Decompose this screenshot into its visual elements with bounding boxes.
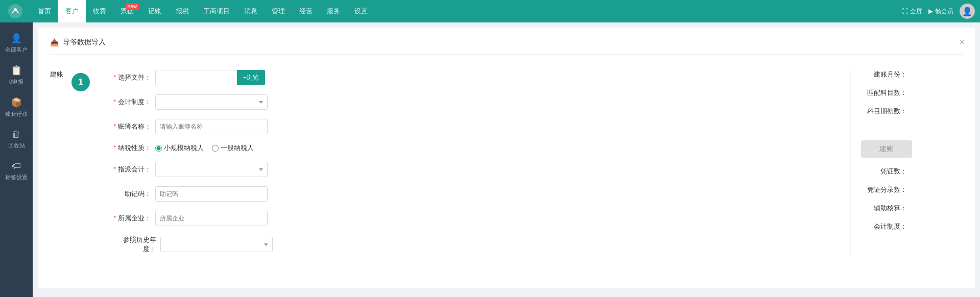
nav-item-invoice[interactable]: 票据 new	[113, 0, 141, 22]
sidebar-item-migration[interactable]: 📦 账套迁移	[0, 92, 33, 122]
page-title: 导爷数据导入	[63, 38, 106, 47]
voucher-label: 凭证数：	[861, 167, 907, 176]
tax-radio-group: 小规模纳税人 一般纳税人	[155, 143, 254, 153]
history-year-label: 参照历史年度：	[110, 235, 156, 254]
declaration-icon: 📋	[11, 65, 22, 76]
build-month-row: 建账月份：	[861, 70, 963, 79]
nav-items: 首页 客户 收费 票据 new 记账 报税 工商项目 消息 管理 经营 服务 设…	[31, 0, 902, 22]
nav-item-home[interactable]: 首页	[31, 0, 58, 22]
memo-row: 助记码：	[110, 186, 840, 202]
browse-button[interactable]: +浏览	[237, 70, 265, 85]
tax-option2-radio[interactable]	[212, 145, 219, 152]
file-row: * 选择文件： +浏览	[110, 70, 840, 85]
accountant-select[interactable]	[155, 162, 268, 177]
match-subject-row: 匹配科目数：	[861, 88, 963, 97]
top-nav: 首页 客户 收费 票据 new 记账 报税 工商项目 消息 管理 经营 服务 设…	[0, 0, 980, 22]
voucher-row: 凭证数：	[861, 167, 963, 176]
nav-item-customer[interactable]: 客户	[58, 0, 86, 22]
accounting-system-row: * 会计制度：	[110, 94, 840, 110]
aux-calc-row: 辅助核算：	[861, 204, 963, 213]
avatar[interactable]: 👤	[960, 4, 975, 19]
form-area: 建账 1 * 选择文件： +浏览 * 会计制度：	[50, 70, 963, 254]
company-row: * 所属企业：	[110, 211, 840, 226]
file-input-wrap: +浏览	[155, 70, 265, 85]
sidebar-item-declaration[interactable]: 📋 0申报	[0, 60, 33, 90]
nav-item-business[interactable]: 工商项目	[196, 0, 237, 22]
match-subject-label: 匹配科目数：	[861, 88, 907, 97]
aux-calc-label: 辅助核算：	[861, 204, 907, 213]
form-fields: * 选择文件： +浏览 * 会计制度：	[110, 70, 840, 254]
tax-type-row: * 纳税性质： 小规模纳税人 一般纳税人	[110, 143, 840, 153]
nav-item-message[interactable]: 消息	[237, 0, 265, 22]
tax-option1-label[interactable]: 小规模纳税人	[155, 143, 204, 153]
nav-item-settings[interactable]: 设置	[347, 0, 375, 22]
user-icon: 👤	[11, 33, 22, 44]
sidebar: 👤 全部客户 📋 0申报 📦 账套迁移 🗑 回收站 🏷 标签设置	[0, 22, 33, 297]
system-label-row: 会计制度：	[861, 222, 963, 231]
accounting-system-right-label: 会计制度：	[861, 222, 907, 231]
migration-icon: 📦	[11, 97, 22, 108]
nav-item-operation[interactable]: 经营	[292, 0, 320, 22]
fullscreen-button[interactable]: ⛶ 全屏	[902, 7, 922, 16]
tax-option2-label[interactable]: 一般纳税人	[212, 143, 254, 153]
nav-item-manage[interactable]: 管理	[265, 0, 292, 22]
tax-option1-radio[interactable]	[155, 145, 162, 152]
page-header-icon: 📥	[50, 38, 59, 46]
nav-item-service[interactable]: 服务	[320, 0, 347, 22]
main-content: 📥 导爷数据导入 × 建账 1 * 选择文件：	[33, 22, 980, 297]
step-label: 建账	[50, 70, 63, 79]
avatar-icon: 👤	[962, 7, 972, 16]
sidebar-item-recycle[interactable]: 🗑 回收站	[0, 124, 33, 154]
memo-label: 助记码：	[110, 189, 151, 199]
step-badge: 1	[71, 73, 90, 91]
nav-item-bookkeeping[interactable]: 记账	[141, 0, 169, 22]
subject-init-row: 科目期初数：	[861, 107, 963, 116]
trash-icon: 🗑	[12, 129, 21, 140]
close-button[interactable]: ×	[959, 37, 965, 47]
build-month-label: 建账月份：	[861, 70, 907, 79]
tax-type-label: * 纳税性质：	[110, 143, 151, 153]
nav-item-tax[interactable]: 报税	[169, 0, 196, 22]
form-left: 建账 1	[50, 70, 110, 254]
sidebar-item-all-customers[interactable]: 👤 全部客户	[0, 28, 33, 58]
sidebar-item-tag[interactable]: 🏷 标签设置	[0, 156, 33, 185]
vip-button[interactable]: ▶ 畅会员	[928, 7, 953, 16]
vip-icon: ▶	[928, 8, 933, 15]
page-header: 📥 导爷数据导入	[50, 38, 963, 55]
svg-point-1	[14, 8, 17, 11]
ledger-name-row: * 账簿名称：	[110, 119, 840, 134]
history-year-row: 参照历史年度：	[110, 235, 840, 254]
new-badge: new	[126, 3, 139, 10]
nav-item-fee[interactable]: 收费	[86, 0, 113, 22]
voucher-records-row: 凭证分录数：	[861, 185, 963, 194]
build-account-button[interactable]: 建账	[861, 140, 912, 158]
fullscreen-icon: ⛶	[902, 8, 908, 15]
ledger-name-input[interactable]	[155, 119, 268, 134]
accounting-system-select[interactable]	[155, 94, 268, 110]
file-text-input[interactable]	[155, 70, 237, 85]
memo-input[interactable]	[155, 186, 268, 202]
layout: 👤 全部客户 📋 0申报 📦 账套迁移 🗑 回收站 🏷 标签设置 📥 导爷数据导…	[0, 22, 980, 297]
logo	[5, 1, 26, 21]
company-label: * 所属企业：	[110, 214, 151, 223]
step-label-text: 建账	[50, 70, 63, 78]
voucher-records-label: 凭证分录数：	[861, 185, 907, 194]
page-card: 📥 导爷数据导入 × 建账 1 * 选择文件：	[38, 28, 975, 288]
right-panel: 建账月份： 匹配科目数： 科目期初数： 建账 凭证	[850, 70, 963, 254]
accounting-system-label: * 会计制度：	[110, 97, 151, 107]
accountant-label: * 指派会计：	[110, 165, 151, 174]
company-input[interactable]	[155, 211, 268, 226]
ledger-name-label: * 账簿名称：	[110, 122, 151, 131]
nav-right: ⛶ 全屏 ▶ 畅会员 👤	[902, 4, 975, 19]
tag-icon: 🏷	[12, 161, 21, 171]
file-label: * 选择文件：	[110, 73, 151, 82]
history-year-select[interactable]	[160, 237, 273, 252]
accountant-row: * 指派会计：	[110, 162, 840, 177]
subject-init-label: 科目期初数：	[861, 107, 907, 116]
